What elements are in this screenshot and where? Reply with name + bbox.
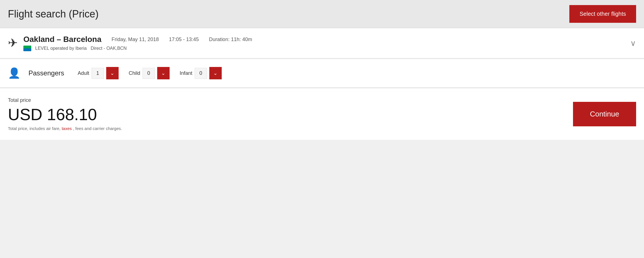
flight-info: Oakland – Barcelona Friday, May 11, 2018… [23, 35, 252, 51]
flight-route-row: Oakland – Barcelona Friday, May 11, 2018… [23, 35, 252, 44]
price-left: Total price USD 168.10 Total price, incl… [8, 97, 122, 131]
child-count: 0 [143, 68, 155, 79]
adult-label: Adult [78, 70, 89, 76]
infant-passenger-group: Infant 0 ⌄ [180, 67, 222, 79]
total-price-value: USD 168.10 [8, 105, 122, 124]
flight-time: 17:05 - 13:45 [169, 37, 199, 42]
child-label: Child [129, 70, 140, 76]
flight-sub-row: LEVEL operated by Iberia Direct - OAK,BC… [23, 46, 252, 51]
select-other-flights-button[interactable]: Select other flights [569, 5, 636, 23]
page-title: Flight search (Price) [8, 8, 99, 20]
price-note-before: Total price, includes air fare, [8, 126, 61, 131]
flight-expand-chevron[interactable]: ∨ [630, 39, 636, 48]
continue-button[interactable]: Continue [573, 102, 636, 126]
airplane-icon: ✈ [8, 37, 18, 49]
adult-count: 1 [92, 68, 104, 79]
taxes-link[interactable]: taxes [62, 126, 72, 131]
flight-card: ✈ Oakland – Barcelona Friday, May 11, 20… [0, 28, 644, 59]
passengers-label: Passengers [28, 69, 64, 77]
flight-route: Oakland – Barcelona [23, 35, 101, 44]
airline-name: LEVEL operated by Iberia [35, 46, 87, 51]
flight-date: Friday, May 11, 2018 [112, 37, 159, 42]
flight-details-left: ✈ Oakland – Barcelona Friday, May 11, 20… [8, 35, 252, 51]
infant-dropdown-button[interactable]: ⌄ [209, 67, 222, 79]
flight-duration: Duration: 11h: 40m [209, 37, 252, 42]
infant-label: Infant [180, 70, 192, 76]
page-header: Flight search (Price) Select other fligh… [0, 0, 644, 28]
infant-count: 0 [195, 68, 207, 79]
child-dropdown-button[interactable]: ⌄ [157, 67, 170, 79]
child-passenger-group: Child 0 ⌄ [129, 67, 170, 79]
total-price-label: Total price [8, 97, 122, 103]
price-section: Total price USD 168.10 Total price, incl… [0, 88, 644, 140]
price-note: Total price, includes air fare, taxes , … [8, 126, 122, 131]
price-note-after: , fees and carrier charges. [73, 126, 122, 131]
adult-dropdown-button[interactable]: ⌄ [106, 67, 119, 79]
flight-route-code: Direct - OAK,BCN [91, 46, 127, 51]
passengers-section: 👤 Passengers Adult 1 ⌄ Child 0 ⌄ Infant … [0, 59, 644, 88]
airline-logo [23, 46, 31, 51]
adult-passenger-group: Adult 1 ⌄ [78, 67, 119, 79]
passenger-icon: 👤 [8, 67, 21, 79]
